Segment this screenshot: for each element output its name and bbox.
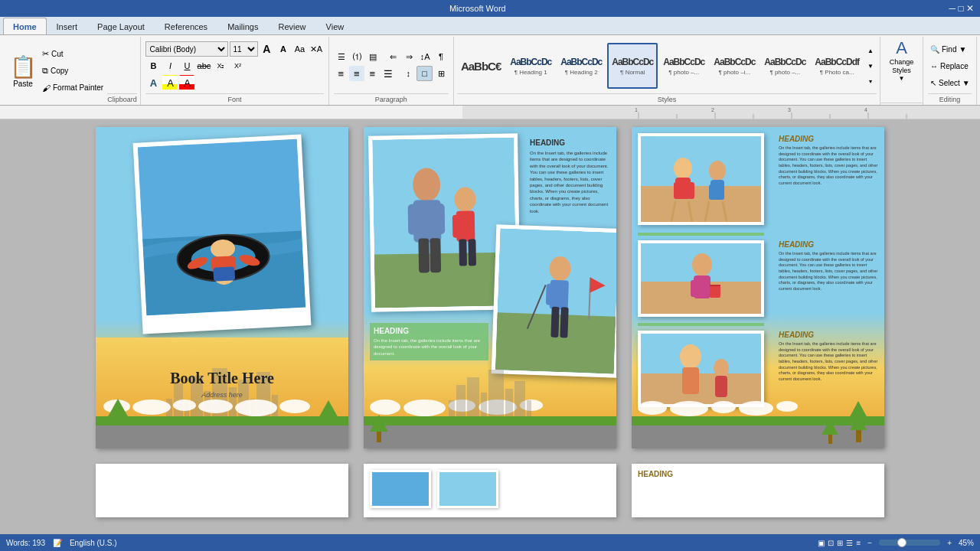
outline-icon[interactable]: ☰ <box>846 539 853 547</box>
tab-page-layout[interactable]: Page Layout <box>87 18 155 34</box>
cut-button[interactable]: ✂ Cut <box>40 46 106 63</box>
format-painter-label: Format Painter <box>53 83 103 92</box>
page-partial-1[interactable] <box>96 464 348 517</box>
text-effects-button[interactable]: A <box>145 75 161 90</box>
page-partial-2-content <box>370 470 610 508</box>
align-left-button[interactable]: ≡ <box>334 66 348 81</box>
page2-small-photo-frame <box>492 224 616 378</box>
tab-insert[interactable]: Insert <box>47 18 88 34</box>
view-icons[interactable]: ▣ ⊡ ⊞ ☰ ≡ <box>818 539 861 547</box>
justify-button[interactable]: ☰ <box>381 66 395 81</box>
multilevel-button[interactable]: ▤ <box>365 49 381 64</box>
paste-label: Paste <box>13 80 33 88</box>
increase-indent-button[interactable]: ⇒ <box>402 49 417 64</box>
styles-scroll-up[interactable]: ▲ <box>864 44 877 57</box>
tab-home[interactable]: Home <box>3 18 47 34</box>
superscript-button[interactable]: X² <box>230 58 245 73</box>
copy-button[interactable]: ⧉ Copy <box>40 63 106 80</box>
styles-scroll-down[interactable]: ▼ <box>864 59 877 73</box>
strikethrough-button[interactable]: abc <box>196 58 211 73</box>
style-photo2[interactable]: AaBbCcDc ¶ photo –i... <box>710 43 759 89</box>
change-case-button[interactable]: Aa <box>292 41 308 57</box>
style-default[interactable]: AaBbC€ <box>457 43 505 89</box>
numbering-button[interactable]: ⑴ <box>349 49 364 64</box>
web-layout-icon[interactable]: ⊞ <box>837 539 843 547</box>
style-photo[interactable]: AaBbCcDc ¶ photo –... <box>659 43 708 89</box>
app-title: Microsoft Word <box>6 4 949 13</box>
font-name-select[interactable]: Calibri (Body) <box>145 41 227 57</box>
svg-rect-34 <box>452 215 461 238</box>
status-bar: Words: 193 📝 English (U.S.) ▣ ⊡ ⊞ ☰ ≡ − … <box>0 534 980 551</box>
tab-mailings[interactable]: Mailings <box>217 18 268 34</box>
style-heading2[interactable]: AaBbCcDc ¶ Heading 2 <box>557 43 606 89</box>
para-row2: ≡ ≡ ≡ ☰ ↕ □ ⊞ <box>334 66 449 81</box>
page-cover[interactable]: Book Title Here Address here <box>96 127 348 448</box>
style-default-sample: AaBbC€ <box>461 60 501 73</box>
italic-button[interactable]: I <box>162 58 178 73</box>
font-grow-button[interactable]: A <box>260 41 275 57</box>
title-bar: Microsoft Word ─ □ ✕ <box>0 0 980 17</box>
font-color-button[interactable]: A <box>179 75 194 90</box>
style-photo3[interactable]: AaBbCcDc ¶ photo –... <box>760 43 809 89</box>
style-normal[interactable]: AaBbCcDc ¶ Normal <box>607 43 658 89</box>
find-button[interactable]: 🔍 Find ▼ <box>928 41 972 57</box>
draft-icon[interactable]: ≡ <box>856 539 861 547</box>
align-center-button[interactable]: ≡ <box>349 66 364 81</box>
replace-button[interactable]: ↔ Replace <box>928 57 972 74</box>
subscript-button[interactable]: X₂ <box>213 58 228 73</box>
svg-rect-1 <box>462 106 980 119</box>
partial-thumb1-inner <box>372 472 429 506</box>
tab-review[interactable]: Review <box>268 18 315 34</box>
print-layout-icon[interactable]: ▣ <box>818 539 825 547</box>
page-partial-2[interactable] <box>364 464 616 517</box>
tab-references[interactable]: References <box>155 18 217 34</box>
page3-heading1: HEADING On the Insert tab, the galleries… <box>779 135 878 187</box>
ruler: 1 2 3 4 <box>0 106 980 119</box>
svg-rect-29 <box>434 204 446 234</box>
paste-button[interactable]: 📋 Paste <box>8 53 38 90</box>
zoom-slider[interactable] <box>879 540 940 546</box>
styles-more[interactable]: ▾ <box>864 74 877 88</box>
show-marks-button[interactable]: ¶ <box>433 49 449 64</box>
format-painter-button[interactable]: 🖌 Format Painter <box>40 80 106 96</box>
bold-button[interactable]: B <box>145 58 161 73</box>
zoom-in-btn[interactable]: + <box>945 539 954 547</box>
style-heading1[interactable]: AaBbCcDc ¶ Heading 1 <box>506 43 555 89</box>
select-button[interactable]: ↖ Select ▼ <box>928 74 972 91</box>
text-highlight-button[interactable]: A <box>162 75 178 90</box>
style-photoca[interactable]: AaBbCcDdf ¶ Photo ca... <box>811 43 863 89</box>
style-normal-label: ¶ Normal <box>620 69 645 76</box>
clouds <box>103 399 341 416</box>
zoom-out-btn[interactable]: − <box>865 539 874 547</box>
doc-scroll[interactable]: Book Title Here Address here <box>0 119 980 534</box>
full-screen-icon[interactable]: ⊡ <box>828 539 834 547</box>
style-heading1-sample: AaBbCcDc <box>510 57 551 67</box>
bullets-button[interactable]: ☰ <box>334 49 349 64</box>
page-interior-2[interactable]: HEADING On the Insert tab, the galleries… <box>632 127 884 448</box>
shading-button[interactable]: □ <box>416 66 433 81</box>
borders-button[interactable]: ⊞ <box>433 66 448 81</box>
clear-format-button[interactable]: ✕A <box>309 41 324 57</box>
zoom-level: 45% <box>959 539 974 547</box>
line-spacing-button[interactable]: ↕ <box>400 66 415 81</box>
svg-rect-50 <box>641 186 761 222</box>
para-row1: ☰ ⑴ ▤ ⇐ ⇒ ↕A ¶ <box>334 49 449 64</box>
align-right-button[interactable]: ≡ <box>365 66 380 81</box>
style-photoca-sample: AaBbCcDdf <box>815 57 859 67</box>
font-shrink-button[interactable]: A <box>276 41 291 57</box>
decrease-indent-button[interactable]: ⇐ <box>386 49 401 64</box>
style-photo3-sample: AaBbCcDc <box>764 57 805 67</box>
font-size-select[interactable]: 11 <box>230 41 258 57</box>
window-controls[interactable]: ─ □ ✕ <box>949 3 974 14</box>
change-styles-button[interactable]: A ChangeStyles ▼ <box>880 37 923 83</box>
tab-view[interactable]: View <box>316 18 354 34</box>
spell-check-icon[interactable]: 📝 <box>53 539 62 547</box>
sort-button[interactable]: ↕A <box>417 49 433 64</box>
page-partial-3[interactable]: HEADING <box>632 464 884 517</box>
underline-button[interactable]: U <box>179 58 194 73</box>
page-row-2: HEADING <box>15 464 965 517</box>
page-interior-1[interactable]: HEADING On the Insert tab, the galleries… <box>364 127 616 448</box>
page3-clouds <box>632 401 884 416</box>
svg-rect-44 <box>550 307 559 337</box>
zoom-thumb[interactable] <box>897 538 906 547</box>
